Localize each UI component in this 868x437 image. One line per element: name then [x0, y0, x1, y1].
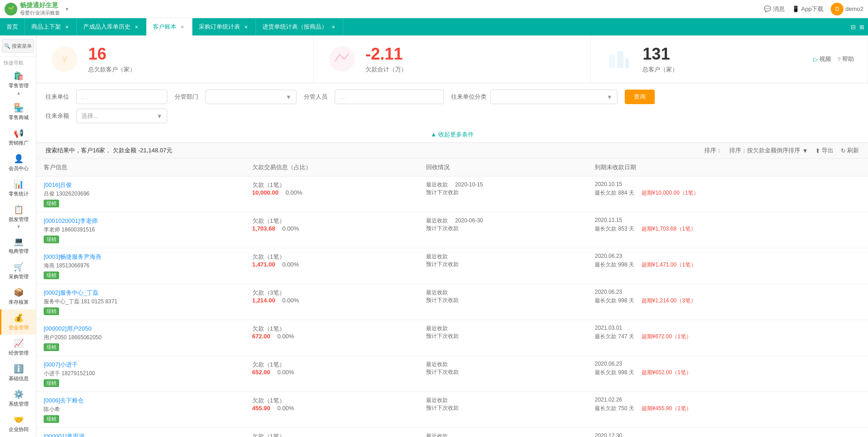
sidebar-item-retail-store[interactable]: 🏪 零售商城: [0, 99, 36, 125]
table-header-row: 客户信息 欠款交易信息（占比） 回收情况 到期未收款日期: [36, 159, 868, 176]
app-download-btn[interactable]: 📱 App下载: [792, 5, 823, 13]
message-btn[interactable]: 💬 消息: [764, 5, 785, 13]
customer-name[interactable]: [0016]吕俊: [44, 181, 238, 189]
customer-name[interactable]: [0003]畅捷服务尹海燕: [44, 253, 238, 261]
close-tab-stock-summary[interactable]: ✕: [330, 24, 336, 30]
customer-name[interactable]: [0007]小进干: [44, 361, 238, 369]
top-right: 💬 消息 📱 App下载 D demo2: [764, 3, 863, 15]
dept-select[interactable]: ▼: [206, 90, 296, 104]
sidebar-item-marketing[interactable]: 📢 营销推广: [0, 125, 36, 150]
help-icon: ?: [838, 56, 841, 63]
filter-collapse-btn[interactable]: ▲ 收起更多条件: [45, 128, 859, 142]
overdue-link[interactable]: 超期¥455.90（1笔）: [642, 405, 692, 412]
close-tab-purchase-summary[interactable]: ✕: [243, 24, 249, 30]
close-tab-product-history[interactable]: ✕: [133, 24, 140, 30]
chevron-down-icon-unitclass: ▼: [607, 94, 612, 100]
arrear-amount[interactable]: 1,471.00: [252, 261, 276, 268]
tab-product-offline[interactable]: 商品上下架 ✕: [25, 18, 77, 35]
arrear-percent: 0.00%: [277, 369, 294, 376]
overdue-link[interactable]: 超期¥10,000.00（1笔）: [642, 190, 699, 196]
customer-phone: 海燕 18513066976: [44, 262, 238, 270]
next-collection-label: 预计下次收款: [426, 332, 580, 340]
chevron-down-icon-balance: ▼: [156, 113, 162, 120]
last-collection-date: 2020-06-30: [450, 217, 483, 224]
overdue-link[interactable]: 超期¥652.00（1笔）: [642, 369, 692, 376]
next-collection-label: 预计下次收款: [426, 404, 580, 412]
query-button[interactable]: 查询: [625, 90, 655, 104]
sidebar-item-ecommerce[interactable]: 💻 电商管理: [0, 233, 36, 258]
person-input[interactable]: ...: [335, 90, 444, 104]
arrear-cell: 欠款（1笔） 652.00 0.00%: [245, 356, 419, 392]
sidebar-item-purchase-mgmt[interactable]: 🛒 采购管理: [0, 258, 36, 284]
sidebar-item-retail-mgmt[interactable]: 🛍️ 零售管理 ▲: [0, 67, 36, 99]
from-unit-input[interactable]: ...: [76, 90, 167, 104]
sidebar-item-finance[interactable]: 💰 资金管理: [0, 309, 36, 335]
table-row: [0006]去下粮仓 陈小希 现销 欠款（1笔） 455.90 0.00% 最近…: [36, 392, 868, 428]
search-icon: 🔍: [4, 43, 10, 49]
video-btn[interactable]: ▷ 视频: [813, 55, 831, 63]
tab-expand-icon[interactable]: ⊞: [859, 24, 864, 30]
stat-icon-1: ¥: [50, 45, 79, 74]
balance-select[interactable]: 选择... ▼: [76, 109, 167, 123]
user-area[interactable]: D demo2: [831, 3, 863, 15]
video-icon: ▷: [813, 56, 818, 63]
sidebar-item-ops[interactable]: 📈 经营管理: [0, 335, 36, 360]
sidebar-item-basic[interactable]: ℹ️ 基础信息: [0, 360, 36, 386]
help-btn[interactable]: ? 帮助: [838, 55, 854, 63]
arrear-amount[interactable]: 10,000.00: [252, 189, 279, 196]
sidebar-item-batch-mgmt[interactable]: 📋 批发管理 ▼: [0, 201, 36, 233]
sidebar-item-enterprise[interactable]: 🤝 企业协同: [0, 411, 36, 437]
tab-bar: 首页 商品上下架 ✕ 产成品入库单历史 ✕ 客户账本 ✕ 采购订单统计表 ✕ 进…: [0, 18, 868, 35]
customer-info-cell: [000002]用户2050 用户2050 18665062050 现销: [36, 320, 245, 356]
tab-customer-account[interactable]: 客户账本 ✕: [146, 18, 192, 35]
collection-cell: 最近收款 预计下次收款: [419, 356, 587, 392]
last-collection-label: 最近收款: [426, 433, 448, 437]
customer-phone: 小进干 18279152100: [44, 370, 238, 377]
refresh-btn[interactable]: ↻ 刷新: [841, 146, 859, 155]
customer-tag: 现销: [44, 271, 59, 279]
tab-minimize-icon[interactable]: ⊟: [851, 24, 856, 30]
overdue-link[interactable]: 超期¥1,703.68（1笔）: [642, 226, 696, 232]
tab-product-history[interactable]: 产成品入库单历史 ✕: [77, 18, 146, 35]
customer-name[interactable]: [0002]服务中心_丁磊: [44, 289, 238, 297]
overdue-days: 最长欠款 750 天: [595, 405, 640, 412]
customer-name[interactable]: [0006]去下粮仓: [44, 397, 238, 405]
overdue-days: 最长欠款 998 天: [595, 369, 640, 376]
arrear-amount[interactable]: 455.90: [252, 405, 271, 412]
export-btn[interactable]: ⬆ 导出: [815, 146, 833, 155]
result-info: 搜索结果中，客户16家， 欠款金额 -21,148.07元: [45, 146, 172, 155]
customer-name[interactable]: [000001]黄思源: [44, 432, 238, 437]
customer-info-cell: [0003]畅捷服务尹海燕 海燕 18513066976 现销: [36, 248, 245, 284]
unit-class-select[interactable]: ▼: [490, 90, 617, 104]
close-tab-customer-account[interactable]: ✕: [179, 24, 186, 30]
sidebar-item-retail-stats[interactable]: 📊 零售统计: [0, 176, 36, 201]
arrear-amount[interactable]: 1,703.68: [252, 225, 276, 232]
next-collection-label: 预计下次收款: [426, 368, 580, 376]
tab-home[interactable]: 首页: [0, 18, 25, 35]
tab-stock-summary[interactable]: 进货单统计表（按商品） ✕: [256, 18, 343, 35]
arrear-percent: 0.00%: [277, 333, 294, 340]
sidebar-search-btn[interactable]: 🔍 搜索菜单: [2, 39, 34, 53]
customer-name[interactable]: [000002]用户2050: [44, 325, 238, 333]
arrear-cell: 欠款（1笔） 429.00 0.00%: [245, 428, 419, 437]
arrear-amount[interactable]: 652.00: [252, 369, 271, 376]
arrear-amount[interactable]: 1,214.00: [252, 297, 276, 304]
next-collection-label: 预计下次收款: [426, 189, 580, 196]
collection-cell: 最近收款 预计下次收款: [419, 428, 587, 437]
logo-icon: 🌱: [5, 3, 17, 15]
tab-purchase-summary[interactable]: 采购订单统计表 ✕: [192, 18, 256, 35]
last-collection-label: 最近收款: [426, 361, 448, 367]
customer-name[interactable]: [0001020001]李老师: [44, 217, 238, 225]
close-tab-product-offline[interactable]: ✕: [64, 24, 70, 30]
arrear-amount[interactable]: 672.00: [252, 333, 271, 340]
sidebar: 🔍 搜索菜单 快捷导航 🛍️ 零售管理 ▲ 🏪 零售商城 📢 营销推广 👤 会员…: [0, 35, 36, 437]
debt-total-label: 欠款合计（万）: [366, 65, 407, 74]
sidebar-item-inventory[interactable]: 📦 库存核算: [0, 284, 36, 309]
overdue-days: 最长欠款 853 天: [595, 226, 640, 232]
sort-select[interactable]: 排序：按欠款金额倒序排序 ▼: [729, 146, 808, 155]
sidebar-item-system[interactable]: ⚙️ 系统管理: [0, 386, 36, 411]
overdue-link[interactable]: 超期¥1,471.00（1笔）: [642, 261, 696, 268]
overdue-link[interactable]: 超期¥672.00（1笔）: [642, 333, 692, 340]
overdue-link[interactable]: 超期¥1,214.00（3笔）: [642, 297, 696, 304]
sidebar-item-member[interactable]: 👤 会员中心: [0, 150, 36, 176]
